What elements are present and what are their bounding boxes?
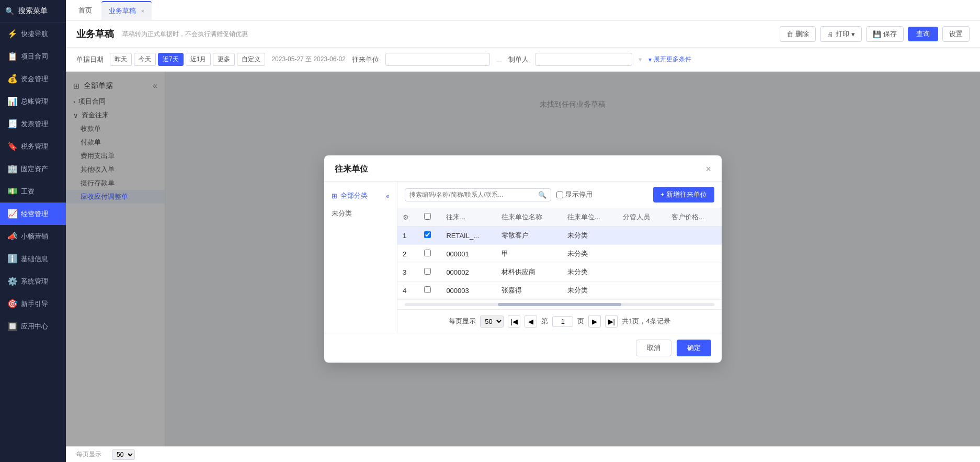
sidebar-item-sys-mgmt[interactable]: ⚙️ 系统管理: [0, 270, 66, 292]
cancel-button[interactable]: 取消: [636, 340, 671, 356]
save-button[interactable]: 💾 保存: [866, 26, 904, 42]
search-button[interactable]: 查询: [908, 27, 938, 41]
page-subtitle: 草稿转为正式单据时，不会执行满赠促销优惠: [122, 30, 248, 39]
row-manager: [618, 245, 666, 263]
row-manager: [618, 227, 666, 245]
sidebar-item-ops-mgmt[interactable]: 📈 经营管理: [0, 202, 66, 225]
sidebar-item-marketing[interactable]: 📣 小畅营销: [0, 225, 66, 247]
sidebar-item-quick-nav[interactable]: ⚡ 快捷导航: [0, 22, 66, 45]
maker-label: 制单人: [508, 55, 529, 64]
info-icon: ℹ️: [7, 254, 17, 264]
tab-home[interactable]: 首页: [71, 2, 99, 19]
content-area: ⊞ 全部单据 « › 项目合同 ∨ 资金往来 收款单 付款单 费用支出单: [66, 72, 980, 446]
tax-icon: 🔖: [7, 141, 17, 151]
delete-button[interactable]: 🗑 删除: [780, 26, 816, 42]
scrollbar-track: [405, 303, 714, 306]
assets-icon: 🏢: [7, 164, 17, 174]
search-icon: 🔍: [5, 7, 14, 15]
date-btn-1month[interactable]: 近1月: [186, 53, 211, 66]
date-btn-more[interactable]: 更多: [213, 53, 235, 66]
dialog-overlay: 往来单位 × ⊞ 全部分类 « 未分类: [66, 72, 980, 446]
ops-icon: 📈: [7, 209, 17, 219]
table-row[interactable]: 3 000002 材料供应商 未分类: [397, 263, 722, 281]
chevron-down-icon: ▾: [851, 30, 855, 38]
delete-icon: 🗑: [787, 30, 793, 38]
date-range-buttons: 昨天 今天 近7天 近1月 更多 自定义: [110, 53, 265, 66]
sidebar-item-accounting-mgmt[interactable]: 📊 总账管理: [0, 90, 66, 112]
tab-close-icon[interactable]: ×: [141, 8, 144, 14]
sidebar-item-label: 固定资产: [21, 164, 48, 174]
row-price: [666, 245, 722, 263]
sidebar-item-tax-mgmt[interactable]: 🔖 税务管理: [0, 135, 66, 157]
settings-button[interactable]: 设置: [942, 26, 970, 42]
dialog-right-panel: 🔍 显示停用 + 新增往来单位: [397, 182, 722, 333]
row-checkbox[interactable]: [419, 281, 441, 300]
sidebar-item-newbie[interactable]: 🎯 新手引导: [0, 292, 66, 315]
sidebar-item-project-contract[interactable]: 📋 项目合同: [0, 45, 66, 67]
row-category: 未分类: [562, 245, 618, 263]
sidebar-item-invoice-mgmt[interactable]: 🧾 发票管理: [0, 112, 66, 135]
select-all-checkbox[interactable]: [424, 213, 431, 220]
sidebar-item-basic-info[interactable]: ℹ️ 基础信息: [0, 247, 66, 270]
search-input[interactable]: [409, 191, 538, 198]
table-row[interactable]: 2 000001 甲 未分类: [397, 245, 722, 263]
expand-more-btn[interactable]: ▾ 展开更多条件: [648, 55, 691, 64]
sidebar-item-fixed-assets[interactable]: 🏢 固定资产: [0, 157, 66, 180]
dialog-uncategorized[interactable]: 未分类: [324, 205, 397, 222]
date-btn-yesterday[interactable]: 昨天: [110, 53, 132, 66]
date-btn-7days[interactable]: 近7天: [158, 53, 184, 66]
payroll-icon: 💵: [7, 186, 17, 196]
counterparty-input[interactable]: [385, 53, 490, 66]
maker-input[interactable]: [535, 53, 632, 66]
confirm-button[interactable]: 确定: [677, 340, 711, 356]
per-page-label: 每页显示: [449, 317, 476, 326]
first-page-btn[interactable]: |◀: [508, 315, 520, 328]
tab-business-draft[interactable]: 业务草稿 ×: [101, 1, 152, 20]
row-category: 未分类: [562, 281, 618, 300]
gear-icon[interactable]: ⚙: [403, 213, 409, 221]
table-row[interactable]: 1 RETAIL_... 零散客户 未分类: [397, 227, 722, 245]
dialog-header: 往来单位 ×: [324, 155, 722, 182]
status-per-page-select[interactable]: 50: [112, 449, 135, 460]
last-page-btn[interactable]: ▶|: [605, 315, 618, 328]
table-row[interactable]: 4 000003 张嘉得 未分类: [397, 281, 722, 300]
total-info: 共1页，4条记录: [622, 317, 670, 326]
dialog-close-button[interactable]: ×: [705, 164, 711, 175]
print-button[interactable]: 🖨 打印 ▾: [820, 26, 862, 42]
sidebar-item-payroll[interactable]: 💵 工资: [0, 180, 66, 202]
per-page-select[interactable]: 50: [480, 315, 504, 328]
search-icon: 🔍: [538, 191, 546, 199]
row-checkbox[interactable]: [419, 227, 441, 245]
date-btn-custom[interactable]: 自定义: [237, 53, 265, 66]
row-checkbox[interactable]: [419, 245, 441, 263]
sidebar-search-label[interactable]: 搜索菜单: [18, 6, 48, 16]
next-page-btn[interactable]: ▶: [588, 315, 601, 328]
sidebar-item-label: 系统管理: [21, 277, 48, 286]
newbie-icon: 🎯: [7, 299, 17, 309]
show-disabled-check[interactable]: [556, 191, 563, 198]
sidebar-item-label: 工资: [21, 187, 35, 196]
prev-page-btn[interactable]: ◀: [525, 315, 537, 328]
sidebar-item-label: 快捷导航: [21, 29, 48, 39]
invoice-icon: 🧾: [7, 119, 17, 129]
sidebar-item-label: 项目合同: [21, 52, 48, 61]
add-counterparty-button[interactable]: + 新增往来单位: [653, 187, 714, 202]
row-price: [666, 281, 722, 300]
dialog-title: 往来单位: [335, 164, 368, 175]
dialog-all-categories[interactable]: ⊞ 全部分类 «: [324, 187, 397, 205]
sidebar-item-capital-mgmt[interactable]: 💰 资金管理: [0, 67, 66, 90]
app-icon: 🔲: [7, 321, 17, 331]
sidebar: 🔍 搜索菜单 ⚡ 快捷导航 📋 项目合同 💰 资金管理 📊 总账管理 🧾 发票管…: [0, 0, 66, 462]
date-btn-today[interactable]: 今天: [134, 53, 156, 66]
sidebar-item-label: 新手引导: [21, 299, 48, 309]
row-checkbox[interactable]: [419, 263, 441, 281]
row-category: 未分类: [562, 263, 618, 281]
status-per-page-label: 每页显示: [76, 450, 101, 459]
show-disabled-checkbox[interactable]: 显示停用: [556, 190, 592, 199]
sidebar-header[interactable]: 🔍 搜索菜单: [0, 0, 66, 22]
row-name: 零散客户: [496, 227, 562, 245]
sidebar-item-app-center[interactable]: 🔲 应用中心: [0, 315, 66, 337]
page-number-input[interactable]: [552, 316, 573, 327]
col-category: 往来单位...: [562, 208, 618, 227]
horizontal-scrollbar[interactable]: [397, 300, 722, 309]
